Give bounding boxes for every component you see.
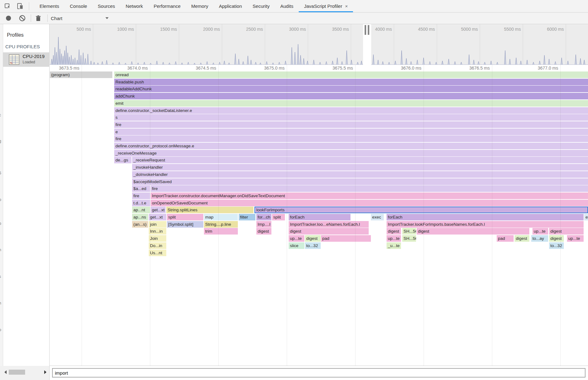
flame-bar[interactable]: Do...in: [149, 242, 166, 249]
inspect-element-icon[interactable]: [4, 2, 12, 10]
flame-bar[interactable]: fire: [151, 185, 588, 192]
flame-bar[interactable]: (an...s): [132, 221, 148, 228]
tab-console[interactable]: Console: [65, 0, 93, 12]
flame-bar[interactable]: [Symbol.split]: [167, 221, 203, 228]
scrollbar-thumb[interactable]: [9, 370, 25, 375]
flame-bar[interactable]: s: [114, 114, 588, 121]
scroll-left-arrow-icon[interactable]: [4, 370, 7, 374]
flame-bar[interactable]: ImportTracker.lookForImports.baseNames.f…: [387, 221, 584, 228]
flame-bar[interactable]: split: [272, 214, 285, 220]
flame-bar[interactable]: digest: [387, 228, 401, 235]
flame-bar[interactable]: Readable.push: [114, 79, 588, 85]
flame-bar[interactable]: filter: [239, 214, 255, 220]
selection-right-handle[interactable]: [367, 25, 370, 35]
profile-overview-pane[interactable]: 500 ms1000 ms1500 ms2000 ms2500 ms3000 m…: [50, 24, 588, 65]
tab-performance[interactable]: Performance: [148, 0, 186, 12]
flame-bar[interactable]: digest: [549, 228, 584, 235]
flame-bar[interactable]: emit: [114, 100, 588, 107]
flame-bar[interactable]: up...te: [289, 235, 304, 242]
tab-network[interactable]: Network: [120, 0, 148, 12]
flame-bar[interactable]: Join: [149, 235, 166, 242]
tab-security[interactable]: Security: [247, 0, 275, 12]
flame-bar[interactable]: de...gs: [114, 157, 131, 163]
flame-bar[interactable]: for...ch: [256, 214, 271, 220]
view-mode-select[interactable]: Chart: [51, 16, 117, 21]
flame-bar[interactable]: _receiveOneMessage: [114, 150, 588, 156]
flame-bar[interactable]: addChunk: [114, 93, 588, 99]
flame-bar[interactable]: lookForImports: [254, 207, 588, 213]
scroll-right-arrow-icon[interactable]: [44, 370, 46, 374]
flame-bar[interactable]: _invokeHandler: [132, 164, 588, 171]
flame-bar[interactable]: define.constructor._socketDataListener.e: [114, 107, 588, 114]
flame-bar[interactable]: exec: [371, 214, 384, 220]
flame-bar[interactable]: get...xt: [151, 207, 166, 213]
flame-bar[interactable]: digest: [515, 235, 529, 242]
flame-bar[interactable]: _receiveRequest: [132, 157, 588, 163]
tab-elements[interactable]: Elements: [34, 0, 65, 12]
flame-bar[interactable]: to...32: [549, 242, 564, 249]
flame-bar[interactable]: digest: [305, 235, 321, 242]
flamechart-canvas[interactable]: (program)onreadReadable.pushreadableAddC…: [50, 71, 588, 366]
flame-bar[interactable]: forEach: [387, 214, 584, 220]
flame-bar[interactable]: slice: [289, 242, 304, 249]
flame-bar[interactable]: readableAddChunk: [114, 86, 588, 92]
flame-bar[interactable]: up...te: [532, 228, 548, 235]
tab-sources[interactable]: Sources: [93, 0, 120, 12]
flame-bar[interactable]: digest: [289, 228, 369, 235]
flame-bar[interactable]: ImportTracker.constructor.documentManage…: [151, 193, 588, 199]
flame-bar[interactable]: (program): [50, 71, 112, 78]
record-button[interactable]: [4, 13, 13, 23]
flame-bar[interactable]: e: [114, 129, 588, 135]
flame-bar[interactable]: $a...ed: [132, 185, 150, 192]
clear-button[interactable]: [18, 13, 27, 23]
tab-javascript-profiler[interactable]: JavaScript Profiler×: [299, 0, 353, 12]
flame-bar[interactable]: fire: [114, 135, 588, 142]
flame-bar[interactable]: $acceptModelSaved: [132, 178, 588, 185]
flame-bar[interactable]: Inn...in: [149, 228, 166, 235]
flame-bar[interactable]: digest: [549, 235, 564, 242]
search-input[interactable]: [52, 368, 585, 377]
flame-bar[interactable]: forEach: [289, 214, 350, 220]
flame-bar[interactable]: pad: [497, 235, 514, 242]
flame-bar[interactable]: trim: [204, 228, 238, 235]
flame-bar[interactable]: pad: [321, 235, 371, 242]
flame-bar[interactable]: split: [167, 214, 203, 220]
device-toolbar-icon[interactable]: [16, 2, 24, 10]
flame-bar[interactable]: join: [149, 221, 166, 228]
flame-bar[interactable]: Imp....l: [256, 221, 271, 228]
sidebar-item-cpu-profile[interactable]: % CPU-2019 Loaded: [3, 52, 50, 67]
flame-bar[interactable]: SH...56: [402, 235, 416, 242]
flame-bar[interactable]: define.constructor._protocol.onMessage.e: [114, 143, 588, 149]
flame-bar[interactable]: onOpenedOrSavedDocument: [151, 200, 588, 206]
overview-tick-label: 500 ms: [77, 27, 93, 32]
flame-bar[interactable]: up...te: [567, 235, 584, 242]
flame-bar[interactable]: fire: [114, 121, 588, 128]
flame-bar[interactable]: to...ay: [531, 235, 548, 242]
tab-audits[interactable]: Audits: [275, 0, 299, 12]
close-icon[interactable]: ×: [345, 3, 348, 9]
flame-bar[interactable]: to...32: [305, 242, 321, 249]
flame-bar[interactable]: ex: [584, 214, 588, 220]
overview-selection-window[interactable]: [363, 24, 371, 65]
flame-bar[interactable]: SH...56: [402, 228, 416, 235]
flame-bar[interactable]: up...te: [387, 235, 401, 242]
flame-bar[interactable]: String.splitLines: [166, 207, 254, 213]
flame-bar[interactable]: map: [204, 214, 238, 220]
flame-bar[interactable]: onread: [114, 71, 588, 78]
flame-bar[interactable]: fire: [132, 193, 150, 199]
flame-bar[interactable]: digest: [256, 228, 271, 235]
flame-bar[interactable]: ap...nt: [132, 207, 150, 213]
tab-memory[interactable]: Memory: [186, 0, 214, 12]
flame-bar[interactable]: Us...nt: [149, 250, 166, 256]
flame-bar[interactable]: ImportTracker.loo...eNames.forEach.l: [289, 221, 369, 228]
flame-bar[interactable]: _u...te: [387, 242, 401, 249]
tab-application[interactable]: Application: [214, 0, 247, 12]
flame-bar[interactable]: _doInvokeHandler: [132, 171, 588, 178]
delete-profile-icon[interactable]: [34, 13, 43, 23]
flame-bar[interactable]: ap...ns: [132, 214, 148, 220]
flame-bar[interactable]: get...xt: [149, 214, 166, 220]
flame-bar[interactable]: String....p.line: [204, 221, 238, 228]
selection-left-handle[interactable]: [364, 25, 366, 35]
flame-bar[interactable]: digest: [417, 228, 529, 235]
flame-bar[interactable]: t.d...t.e: [132, 200, 150, 206]
